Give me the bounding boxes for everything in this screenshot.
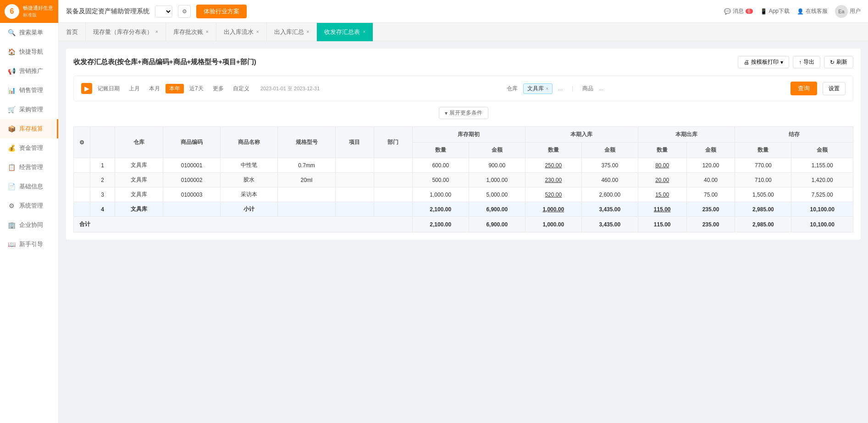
tab-in-out-flow[interactable]: 出入库流水×	[216, 23, 267, 41]
tab-close-in-out-summary[interactable]: ×	[307, 29, 310, 34]
cell-in-amt: 460.00	[581, 173, 638, 187]
basic-info-icon: 📄	[7, 183, 16, 190]
query-button[interactable]: 查询	[791, 82, 817, 95]
cell-no: 1	[90, 158, 115, 173]
expand-conditions-btn[interactable]: ▾ 展开更多条件	[439, 107, 488, 119]
product-more-btn[interactable]: ...	[599, 85, 603, 92]
th-opening-amt: 金额	[469, 143, 525, 158]
warehouse-tag-close[interactable]: ×	[546, 86, 548, 91]
sidebar-item-sales[interactable]: 📊销售管理	[0, 81, 58, 100]
col-settings[interactable]: ⚙	[74, 127, 90, 158]
cell-warehouse: 文具库	[115, 187, 163, 202]
system-select[interactable]	[155, 5, 172, 17]
sidebar-item-system[interactable]: ⚙系统管理	[0, 196, 58, 215]
cell-in-qty[interactable]: 520.00	[525, 187, 581, 202]
in-qty-link[interactable]: 520.00	[545, 192, 562, 198]
experience-button[interactable]: 体验行业方案	[196, 5, 247, 18]
sidebar-item-operations[interactable]: 📋经营管理	[0, 158, 58, 177]
sidebar-item-label-finance: 资金管理	[19, 144, 43, 152]
sidebar-item-enterprise[interactable]: 🏢企业协同	[0, 215, 58, 235]
print-button[interactable]: 🖨 按模板打印 ▾	[738, 56, 789, 68]
cell-balance-qty: 770.00	[735, 158, 791, 173]
th-balance-amt: 金额	[791, 143, 853, 158]
sidebar-item-search[interactable]: 🔍搜索菜单	[0, 23, 58, 42]
message-badge: 6	[746, 9, 753, 14]
app-download-btn[interactable]: 📱 App下载	[760, 7, 790, 15]
cell-out-qty[interactable]: 80.00	[638, 158, 686, 173]
date-option-本年[interactable]: 本年	[166, 84, 184, 93]
cell-no: 3	[90, 187, 115, 202]
tab-home[interactable]: 首页	[59, 23, 86, 41]
sidebar-item-basic-info[interactable]: 📄基础信息	[0, 177, 58, 196]
tabbar: 首页现存量（库存分布表）×库存批次账×出入库流水×出入库汇总×收发存汇总表×	[59, 23, 868, 41]
out-qty-link[interactable]: 15.00	[655, 192, 669, 198]
cell-in-qty[interactable]: 1,000.00	[525, 202, 581, 217]
operations-icon: 📋	[7, 164, 16, 171]
filter-collapse-btn[interactable]: ▶	[81, 83, 92, 94]
tab-recv-send-summary[interactable]: 收发存汇总表×	[317, 23, 373, 41]
settings-button[interactable]: 设置	[823, 82, 846, 95]
cell-settings	[74, 158, 90, 173]
tab-label-batch-ledger: 库存批次账	[173, 28, 203, 36]
cell-prod-name: 采访本	[221, 187, 278, 202]
th-prod-name: 商品名称	[221, 127, 278, 158]
cell-opening-amt: 6,900.00	[469, 202, 525, 217]
tab-in-out-summary[interactable]: 出入库汇总×	[267, 23, 317, 41]
cell-prod-name: 胶水	[221, 173, 278, 187]
sidebar-item-quick-nav[interactable]: 🏠快捷导航	[0, 42, 58, 61]
th-in-group: 本期入库	[525, 127, 638, 143]
cell-in-qty[interactable]: 230.00	[525, 173, 581, 187]
out-qty-link[interactable]: 80.00	[655, 162, 669, 169]
table-row: 1 文具库 0100001 中性笔 0.7mm 600.00 900.00 25…	[74, 158, 853, 173]
sidebar-item-finance[interactable]: 💰资金管理	[0, 138, 58, 158]
cell-prod-code: 0100002	[163, 173, 220, 187]
user-area[interactable]: Ea 用户	[835, 5, 861, 18]
tab-close-in-out-flow[interactable]: ×	[256, 29, 259, 34]
export-button[interactable]: ↑ 导出	[793, 56, 820, 68]
date-options: 上月本月本年近7天更多自定义	[125, 84, 253, 93]
cell-out-qty[interactable]: 115.00	[638, 202, 686, 217]
cell-balance-amt: 7,525.00	[791, 187, 853, 202]
expand-label: 展开更多条件	[449, 109, 482, 117]
date-option-上月[interactable]: 上月	[125, 84, 144, 93]
date-option-更多[interactable]: 更多	[209, 84, 227, 93]
export-icon: ↑	[799, 59, 802, 66]
gear-icon[interactable]: ⚙	[178, 5, 191, 18]
tab-close-batch-ledger[interactable]: ×	[206, 29, 209, 34]
table-row: 4 文具库 小计 2,100.00 6,900.00 1,000.00 3,43…	[74, 202, 853, 217]
message-btn[interactable]: 💬 消息 6	[724, 7, 753, 15]
cell-no: 2	[90, 173, 115, 187]
cell-balance-qty: 710.00	[735, 173, 791, 187]
cell-out-qty[interactable]: 15.00	[638, 187, 686, 202]
date-option-近7天[interactable]: 近7天	[186, 84, 207, 93]
sidebar-item-guide[interactable]: 📖新手引导	[0, 235, 58, 254]
cell-in-qty[interactable]: 250.00	[525, 158, 581, 173]
cell-out-qty[interactable]: 20.00	[638, 173, 686, 187]
sidebar-item-label-quick-nav: 快捷导航	[19, 48, 43, 56]
in-qty-link[interactable]: 250.00	[545, 162, 562, 169]
tab-close-recv-send-summary[interactable]: ×	[363, 29, 365, 34]
inventory-icon: 📦	[7, 125, 16, 132]
th-in-qty: 数量	[525, 143, 581, 158]
user-label: 用户	[850, 7, 861, 15]
logo-sub: 标准版	[23, 12, 53, 18]
date-option-本月[interactable]: 本月	[145, 84, 164, 93]
sidebar-item-inventory[interactable]: 📦库存核算	[0, 119, 58, 138]
logo-title: 畅捷通好生意	[23, 5, 53, 11]
cell-prod-spec	[278, 187, 335, 202]
app-download-label: App下载	[769, 7, 790, 15]
warehouse-more-btn[interactable]: ...	[558, 85, 563, 92]
cell-balance-qty: 1,505.00	[735, 187, 791, 202]
cell-opening-qty: 500.00	[412, 173, 469, 187]
out-qty-link[interactable]: 20.00	[655, 177, 669, 183]
online-service-btn[interactable]: 👤 在线客服	[797, 7, 828, 15]
date-option-自定义[interactable]: 自定义	[229, 84, 253, 93]
sidebar-item-label-system: 系统管理	[19, 202, 43, 210]
sidebar-item-purchase[interactable]: 🛒采购管理	[0, 100, 58, 119]
tab-close-inventory-dist[interactable]: ×	[155, 29, 158, 34]
sidebar-item-marketing[interactable]: 📢营销推广	[0, 61, 58, 81]
in-qty-link[interactable]: 230.00	[545, 177, 562, 183]
refresh-button[interactable]: ↻ 刷新	[824, 56, 853, 68]
tab-inventory-dist[interactable]: 现存量（库存分布表）×	[86, 23, 166, 41]
tab-batch-ledger[interactable]: 库存批次账×	[166, 23, 216, 41]
